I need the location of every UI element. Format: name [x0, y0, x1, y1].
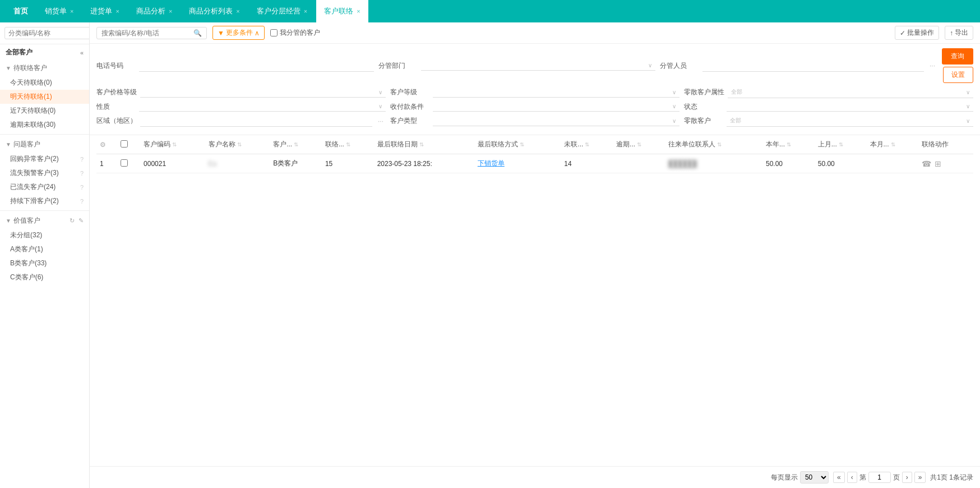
- filter-search-icon[interactable]: 🔍: [193, 29, 202, 37]
- nav-customer-segment[interactable]: 客户分层经营 ×: [249, 0, 315, 22]
- query-btn[interactable]: 查询: [942, 48, 973, 65]
- help-icon-2[interactable]: ?: [80, 170, 84, 177]
- sort-last-method[interactable]: ⇅: [520, 141, 524, 148]
- select-payment[interactable]: ∨: [433, 102, 679, 112]
- select-status[interactable]: ∨: [727, 102, 973, 112]
- action-grid-icon[interactable]: ⊞: [935, 159, 941, 168]
- nav-analysis-list[interactable]: 商品分析列表 ×: [181, 0, 247, 22]
- sort-contact-count[interactable]: ⇅: [346, 141, 350, 148]
- value-group-edit-icon[interactable]: ✎: [78, 217, 84, 224]
- page-label: 第: [859, 473, 866, 482]
- cell-contact-count: 15: [322, 154, 374, 173]
- advanced-filter: 电话号码 分管部门 ∨ 分管人员 ··· 查询 设置: [90, 44, 980, 135]
- select-price-level[interactable]: ∨: [140, 88, 386, 98]
- filter-my-customers[interactable]: 我分管的客户: [270, 28, 320, 38]
- prev-page-btn[interactable]: ‹: [847, 472, 857, 483]
- help-icon-1[interactable]: ?: [80, 156, 84, 163]
- cell-last-month: 50.00: [815, 154, 867, 173]
- cell-checkbox: [117, 154, 140, 173]
- filter-search-input[interactable]: [101, 29, 191, 37]
- sidebar-item-ungrouped[interactable]: 未分组(32): [0, 228, 89, 242]
- sidebar-group-pending[interactable]: ▼ 待联络客户: [0, 61, 89, 76]
- nav-home[interactable]: 首页: [6, 0, 36, 22]
- sidebar-item-class-b[interactable]: B类客户(33): [0, 256, 89, 270]
- sidebar-item-churn-warning[interactable]: 流失预警客户(3) ?: [0, 166, 89, 180]
- my-customers-checkbox[interactable]: [270, 29, 278, 36]
- sort-last-month[interactable]: ⇅: [839, 141, 843, 148]
- sort-code[interactable]: ⇅: [172, 141, 177, 148]
- filter-more-btn[interactable]: ▼ 更多条件 ∧: [212, 26, 265, 40]
- sort-this-year[interactable]: ⇅: [787, 141, 791, 148]
- nav-analysis-list-close[interactable]: ×: [236, 8, 239, 15]
- nav-purchase[interactable]: 进货单 ×: [82, 0, 127, 22]
- select-customer-type[interactable]: ∨: [433, 116, 679, 126]
- value-group-refresh-icon[interactable]: ↻: [70, 217, 75, 224]
- export-btn[interactable]: ↑ 导出: [945, 26, 973, 40]
- export-icon: ↑: [950, 29, 953, 37]
- col-action: 联络动作: [918, 135, 973, 154]
- action-phone-icon[interactable]: ☎: [922, 159, 931, 168]
- sidebar-item-repurchase-abnormal[interactable]: 回购异常客户(2) ?: [0, 152, 89, 166]
- manager-dots[interactable]: ···: [927, 62, 937, 70]
- select-nature[interactable]: ∨: [139, 102, 386, 112]
- batch-operation-btn[interactable]: ✓ 批量操作: [895, 26, 939, 40]
- select-retail-customer[interactable]: 全部∨: [727, 115, 973, 127]
- field-customer-type: 客户类型 ∨: [390, 116, 679, 126]
- page-size-select[interactable]: 10 20 50 100: [800, 471, 829, 484]
- nav-analysis-close[interactable]: ×: [169, 8, 172, 15]
- nav-analysis[interactable]: 商品分析 ×: [128, 0, 180, 22]
- col-type: 客户... ⇅: [270, 135, 322, 154]
- field-retail-customer: 零散客户 全部∨: [684, 115, 973, 127]
- field-nature: 性质 ∨: [96, 102, 386, 112]
- next-page-btn[interactable]: ›: [902, 472, 912, 483]
- last-method-link[interactable]: 下销货单: [478, 159, 505, 167]
- settings-btn[interactable]: 设置: [943, 67, 973, 83]
- select-retail-attr[interactable]: 全部∨: [728, 86, 973, 98]
- sidebar-item-today[interactable]: 今天待联络(0): [0, 76, 89, 90]
- nav-sales[interactable]: 销货单 ×: [37, 0, 81, 22]
- table-settings-icon[interactable]: ⚙: [100, 141, 106, 149]
- row-checkbox-1[interactable]: [121, 159, 128, 167]
- sidebar-item-tomorrow[interactable]: 明天待联络(1): [0, 90, 89, 104]
- sidebar-group-value[interactable]: ▼ 价值客户 ↻ ✎: [0, 213, 89, 228]
- help-icon-4[interactable]: ?: [80, 198, 84, 205]
- col-unlinked-days: 未联... ⇅: [561, 135, 613, 154]
- sort-unlinked[interactable]: ⇅: [585, 141, 589, 148]
- select-all-checkbox[interactable]: [121, 140, 128, 148]
- nav-customer-contact-close[interactable]: ×: [357, 8, 360, 15]
- sidebar-item-7days[interactable]: 近7天待联络(0): [0, 104, 89, 118]
- sidebar-item-class-a[interactable]: A类客户(1): [0, 242, 89, 256]
- sort-type[interactable]: ⇅: [294, 141, 298, 148]
- sort-last-date[interactable]: ⇅: [419, 141, 424, 148]
- sort-name[interactable]: ⇅: [237, 141, 242, 148]
- last-page-btn[interactable]: »: [914, 472, 926, 483]
- nav-sales-close[interactable]: ×: [70, 8, 73, 15]
- help-icon-3[interactable]: ?: [80, 184, 84, 191]
- first-page-btn[interactable]: «: [833, 472, 845, 483]
- page-input[interactable]: [868, 472, 891, 483]
- sidebar-all-customers[interactable]: 全部客户 «: [0, 44, 89, 61]
- sort-overdue[interactable]: ⇅: [637, 141, 641, 148]
- input-manager[interactable]: [702, 60, 924, 72]
- sidebar-search-input[interactable]: [4, 27, 90, 39]
- sidebar-item-churned[interactable]: 已流失客户(24) ?: [0, 180, 89, 194]
- region-dots[interactable]: ···: [376, 117, 386, 125]
- sort-unit-contact[interactable]: ⇅: [717, 141, 722, 148]
- pagination-nav: « ‹ 第 页 › »: [833, 472, 926, 483]
- nav-purchase-close[interactable]: ×: [115, 8, 119, 15]
- sort-this-month[interactable]: ⇅: [891, 141, 895, 148]
- sidebar-item-declining[interactable]: 持续下滑客户(2) ?: [0, 194, 89, 208]
- input-phone[interactable]: [139, 60, 374, 72]
- sidebar-item-class-c[interactable]: C类客户(6): [0, 270, 89, 284]
- select-customer-level[interactable]: ∨: [433, 88, 679, 98]
- sidebar-group-problem[interactable]: ▼ 问题客户: [0, 137, 89, 152]
- col-last-date: 最后联络日期 ⇅: [374, 135, 474, 154]
- input-region[interactable]: [140, 115, 372, 127]
- nav-customer-segment-close[interactable]: ×: [304, 8, 307, 15]
- sidebar-collapse-icon[interactable]: «: [80, 49, 84, 56]
- select-dept[interactable]: ∨: [421, 61, 656, 71]
- cell-unit-contact: ██████: [665, 154, 762, 173]
- col-overdue: 逾期... ⇅: [613, 135, 665, 154]
- nav-customer-contact[interactable]: 客户联络 ×: [316, 0, 368, 22]
- sidebar-item-overdue[interactable]: 逾期未联络(30): [0, 118, 89, 132]
